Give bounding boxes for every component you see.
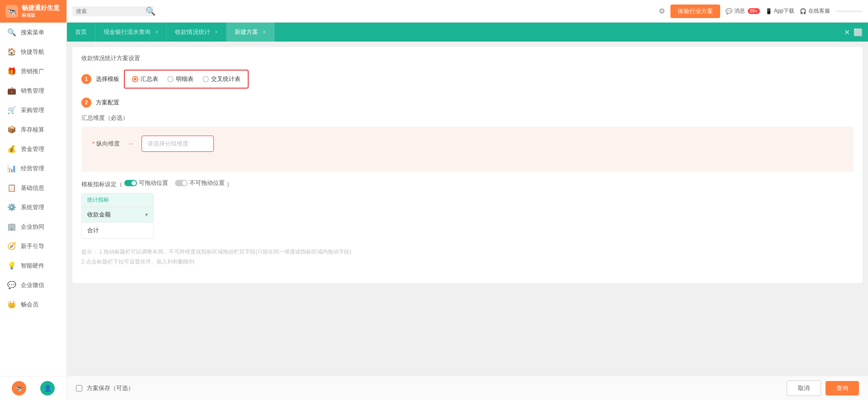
notification-item[interactable]: 💬 消息 99+ — [726, 7, 760, 15]
tab-new-plan-close[interactable]: × — [263, 29, 266, 35]
tab-new-plan[interactable]: 新建方案 × — [226, 23, 274, 42]
sidebar-item-label: 企业协同 — [21, 223, 44, 231]
dimension-section-label: 汇总维度（必选） — [81, 114, 854, 122]
dropdown-arrow-icon[interactable]: ▾ — [145, 212, 148, 218]
indicators-label-text: 模板指标设定（ — [81, 181, 123, 188]
notification-icon: 💬 — [726, 8, 732, 14]
sidebar-item-corp[interactable]: 🏢 企业协同 — [0, 217, 66, 236]
support-item[interactable]: 🎧 在线客服 — [800, 7, 830, 15]
sidebar-bottom-icon-1[interactable]: 🐄 — [12, 381, 26, 395]
download-label: App下载 — [774, 7, 794, 15]
sidebar: 🐄 畅捷通好生意 标准版 🔍 搜索菜单 🏠 快捷导航 🎁 营销推广 💼 销售管理… — [0, 0, 67, 400]
sidebar-item-search[interactable]: 🔍 搜索菜单 — [0, 23, 66, 42]
radio-summary[interactable]: 汇总表 — [132, 75, 158, 83]
home-icon: 🏠 — [7, 47, 16, 56]
tab-receipt-stat[interactable]: 收款情况统计 × — [167, 23, 226, 42]
non-draggable-indicator: 不可拖动位置 — [175, 179, 225, 187]
inventory-icon: 📦 — [7, 125, 16, 134]
gear-icon[interactable]: ⚙ — [659, 7, 665, 15]
dimension-select[interactable]: 请选择分组维度 — [142, 136, 214, 152]
username — [835, 10, 863, 12]
close-window-icon[interactable]: ✕ — [844, 28, 850, 37]
sidebar-item-sales[interactable]: 💼 销售管理 — [0, 81, 66, 100]
tips-area: 提示： 1.拖动标题栏可以调整布局，不可跨维度或指标区域拖动栏目字段(只能在同一… — [81, 247, 854, 267]
search-icon-inline: 🔍 — [146, 6, 156, 16]
industry-plan-button[interactable]: 体验行业方案 — [670, 5, 720, 18]
query-button[interactable]: 查询 — [826, 381, 859, 395]
footer: 方案保存（可选） 取消 查询 — [67, 376, 868, 400]
indicators-header: 统计指标 — [82, 193, 153, 207]
finance-icon: 💰 — [7, 145, 16, 153]
search-input[interactable] — [72, 6, 154, 16]
indicators-cell-total: 合计 — [82, 223, 153, 238]
step1-section: 1 选择模板 汇总表 明细表 — [81, 70, 854, 89]
sidebar-item-inventory[interactable]: 📦 库存核算 — [0, 120, 66, 139]
sidebar-item-guide[interactable]: 🧭 新手引导 — [0, 236, 66, 256]
radio-summary-label: 汇总表 — [141, 75, 158, 83]
tips-line-2: 2.点击标题栏下拉可设置排序、插入列和删除列 — [81, 257, 854, 267]
tab-new-plan-label: 新建方案 — [235, 28, 258, 36]
page-title: 收款情况统计方案设置 — [81, 54, 854, 62]
radio-detail-circle — [167, 76, 174, 82]
draggable-indicator: 可拖动位置 — [124, 179, 168, 187]
tab-home[interactable]: 首页 — [67, 23, 95, 42]
topbar: 🔍 ⚙ 体验行业方案 💬 消息 99+ 📱 App下载 🎧 在线客服 — [67, 0, 868, 23]
indicators-table: 统计指标 收款金额 ▾ 合计 — [81, 193, 154, 239]
hardware-icon: 💡 — [7, 261, 16, 270]
cancel-button[interactable]: 取消 — [787, 381, 821, 396]
tips-line-1: 提示： 1.拖动标题栏可以调整布局，不可跨维度或指标区域拖动栏目字段(只能在同一… — [81, 247, 854, 257]
sidebar-item-operations[interactable]: 📊 经营管理 — [0, 159, 66, 178]
sidebar-item-hardware[interactable]: 💡 智能硬件 — [0, 256, 66, 275]
radio-detail-label: 明细表 — [176, 75, 193, 83]
step1-num: 1 — [81, 74, 91, 84]
tab-receipt-stat-close[interactable]: × — [215, 29, 218, 35]
sidebar-bottom-icon-2[interactable]: 👤 — [40, 381, 55, 395]
sidebar-item-label: 库存核算 — [21, 126, 44, 134]
template-radio-group: 汇总表 明细表 交叉统计表 — [132, 75, 241, 83]
save-plan-label: 方案保存（可选） — [87, 384, 134, 392]
maximize-window-icon[interactable]: ⬜ — [854, 28, 863, 37]
notification-badge: 99+ — [748, 8, 760, 14]
operations-icon: 📊 — [7, 164, 16, 173]
tab-bank-flow[interactable]: 现金银行流水查询 × — [95, 23, 167, 42]
radio-cross[interactable]: 交叉统计表 — [203, 75, 241, 83]
sidebar-item-system[interactable]: ⚙️ 系统管理 — [0, 198, 66, 217]
support-icon: 🎧 — [800, 8, 807, 14]
dimension-area: * 纵向维度 → 请选择分组维度 — [81, 127, 854, 172]
sidebar-item-finance[interactable]: 💰 资金管理 — [0, 139, 66, 159]
sidebar-item-marketing[interactable]: 🎁 营销推广 — [0, 61, 66, 81]
sidebar-item-wechat[interactable]: 💬 企业微信 — [0, 275, 66, 295]
indicators-header-label: 统计指标 — [87, 196, 109, 204]
save-plan-checkbox[interactable] — [76, 385, 82, 391]
sidebar-bottom: 🐄 👤 — [0, 376, 66, 400]
sidebar-item-label: 新手引导 — [21, 242, 44, 250]
purchase-icon: 🛒 — [7, 106, 16, 114]
sidebar-item-label: 畅会员 — [21, 301, 38, 309]
sidebar-item-label: 企业微信 — [21, 281, 44, 289]
indicators-cell-amount[interactable]: 收款金额 ▾ — [82, 207, 153, 223]
tab-bank-flow-close[interactable]: × — [155, 29, 158, 35]
logo-sub: 标准版 — [22, 12, 60, 19]
sidebar-item-purchase[interactable]: 🛒 采购管理 — [0, 100, 66, 120]
sidebar-nav: 🔍 搜索菜单 🏠 快捷导航 🎁 营销推广 💼 销售管理 🛒 采购管理 📦 库存核… — [0, 23, 66, 376]
sidebar-item-quick-nav[interactable]: 🏠 快捷导航 — [0, 42, 66, 61]
bracket-close: ） — [226, 181, 232, 188]
download-item[interactable]: 📱 App下载 — [765, 7, 794, 15]
system-icon: ⚙️ — [7, 203, 16, 212]
sidebar-item-label: 系统管理 — [21, 203, 44, 212]
dimension-config: 汇总维度（必选） * 纵向维度 → 请选择分组维度 — [81, 114, 854, 172]
vertical-dimension-row: * 纵向维度 → 请选择分组维度 — [92, 136, 843, 152]
content-area: 收款情况统计方案设置 1 选择模板 汇总表 — [67, 42, 868, 376]
step1-label: 选择模板 — [96, 75, 119, 83]
wechat-icon: 💬 — [7, 281, 16, 289]
cell-total-label: 合计 — [87, 227, 99, 234]
indicators-area: 模板指标设定（ 可拖动位置 不可拖动位置 — [81, 179, 854, 240]
member-icon: 👑 — [7, 300, 16, 309]
sidebar-item-label: 基础信息 — [21, 184, 44, 192]
draggable-label: 可拖动位置 — [139, 179, 168, 187]
search-icon: 🔍 — [7, 28, 16, 37]
sidebar-item-member[interactable]: 👑 畅会员 — [0, 295, 66, 314]
tab-home-label: 首页 — [75, 28, 87, 36]
sidebar-item-basic[interactable]: 📋 基础信息 — [0, 178, 66, 198]
radio-detail[interactable]: 明细表 — [167, 75, 193, 83]
